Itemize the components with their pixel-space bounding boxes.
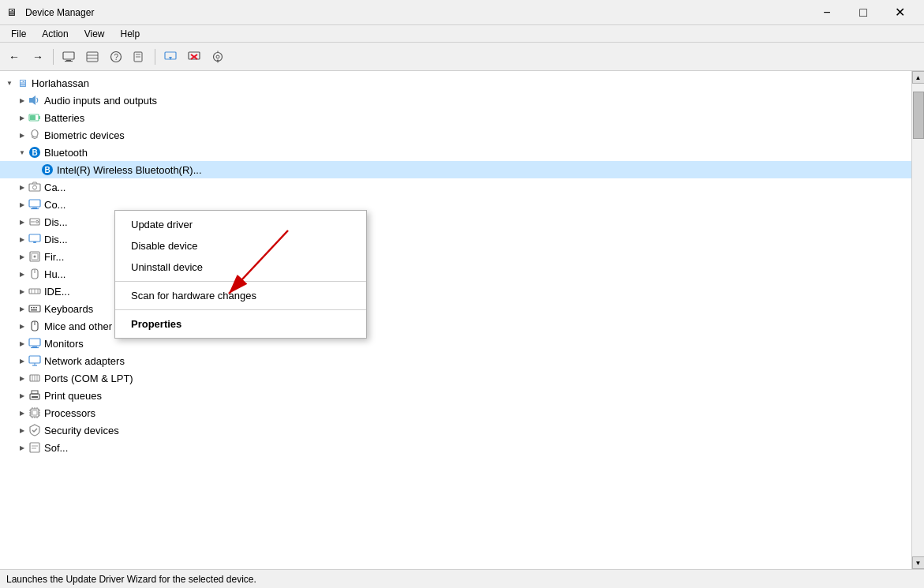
- svg-rect-54: [36, 307, 37, 309]
- scroll-track[interactable]: [912, 84, 925, 556]
- tree-item-audio[interactable]: ▶ Audio inputs and outputs: [0, 92, 911, 109]
- svg-rect-69: [32, 391, 38, 394]
- update-driver-icon: [164, 51, 177, 63]
- keyboards-icon: [28, 302, 41, 315]
- context-properties[interactable]: Properties: [115, 313, 366, 335]
- svg-rect-21: [29, 98, 32, 103]
- scroll-up-button[interactable]: ▲: [912, 71, 925, 84]
- bt-child-label: Intel(R) Wireless Bluetooth(R)...: [57, 164, 202, 176]
- bluetooth-icon: B: [28, 146, 41, 159]
- svg-rect-58: [29, 339, 40, 346]
- audio-label: Audio inputs and outputs: [44, 95, 157, 107]
- svg-rect-31: [29, 184, 40, 191]
- status-text: Launches the Update Driver Wizard for th…: [6, 574, 256, 585]
- list-icon: [86, 51, 99, 63]
- audio-chevron: ▶: [16, 94, 28, 107]
- help-button[interactable]: ?: [105, 46, 127, 68]
- bt-child-chevron: [28, 163, 41, 176]
- computer-view-button[interactable]: [58, 46, 80, 68]
- tree-item-batteries[interactable]: ▶ Batteries: [0, 109, 911, 126]
- maximize-button[interactable]: □: [845, 0, 881, 25]
- svg-rect-25: [30, 115, 36, 120]
- menu-file[interactable]: File: [3, 27, 34, 41]
- camera-label: Ca...: [44, 182, 65, 193]
- menu-view[interactable]: View: [77, 27, 113, 41]
- monitors-chevron: ▶: [16, 337, 28, 350]
- tree-item-biometric[interactable]: ▶ Biometric devices: [0, 126, 911, 144]
- svg-rect-51: [29, 305, 40, 312]
- minimize-button[interactable]: −: [809, 0, 845, 25]
- batteries-label: Batteries: [44, 112, 84, 124]
- svg-point-26: [32, 130, 38, 137]
- root-label: Horlahassan: [32, 77, 89, 89]
- monitors-icon: [28, 337, 41, 350]
- list-view-button[interactable]: [81, 46, 103, 68]
- mice-chevron: ▶: [16, 320, 28, 332]
- svg-rect-53: [33, 307, 35, 309]
- tree-item-processors[interactable]: ▶ Proces: [0, 404, 911, 421]
- update-driver-button[interactable]: [159, 46, 181, 68]
- context-uninstall-device[interactable]: Uninstall device: [115, 257, 366, 278]
- disk-chevron: ▶: [16, 215, 28, 228]
- monitors-label: Monitors: [44, 338, 84, 350]
- context-update-driver[interactable]: Update driver: [115, 214, 366, 235]
- properties-button[interactable]: [129, 46, 151, 68]
- tree-item-print[interactable]: ▶ Print queues: [0, 387, 911, 404]
- title-bar: 🖥 Device Manager − □ ✕: [0, 0, 924, 25]
- remove-device-button[interactable]: [183, 46, 205, 68]
- scroll-thumb[interactable]: [913, 92, 924, 139]
- bluetooth-label: Bluetooth: [44, 147, 88, 159]
- processors-label: Processors: [44, 407, 95, 419]
- software-icon: [28, 441, 41, 454]
- biometric-label: Biometric devices: [44, 129, 125, 141]
- audio-icon: [28, 94, 41, 107]
- context-scan-hardware[interactable]: Scan for hardware changes: [115, 285, 366, 306]
- scroll-down-button[interactable]: ▼: [912, 556, 925, 569]
- tree-item-ports[interactable]: ▶ Ports (COM & LPT): [0, 369, 911, 387]
- ports-chevron: ▶: [16, 372, 28, 384]
- svg-rect-55: [31, 309, 37, 311]
- scrollbar[interactable]: ▲ ▼: [911, 71, 924, 569]
- window-controls: − □ ✕: [809, 0, 918, 25]
- ide-label: IDE...: [44, 286, 70, 298]
- display-label: Dis...: [44, 234, 68, 245]
- svg-rect-70: [32, 396, 38, 398]
- tree-item-software[interactable]: ▶ Sof...: [0, 439, 911, 456]
- biometric-chevron: ▶: [16, 129, 28, 141]
- computer-chevron: ▶: [16, 198, 28, 211]
- context-disable-device[interactable]: Disable device: [115, 235, 366, 257]
- forward-button[interactable]: →: [27, 46, 49, 68]
- ide-icon: [28, 285, 41, 298]
- app-icon: 🖥: [6, 6, 19, 19]
- tree-item-camera[interactable]: ▶ Ca...: [0, 178, 911, 196]
- menu-action[interactable]: Action: [34, 27, 76, 41]
- scan-icon: [211, 51, 224, 63]
- menu-help[interactable]: Help: [113, 27, 148, 41]
- tree-root[interactable]: ▼ 🖥 Horlahassan: [0, 74, 911, 92]
- tree-item-network[interactable]: ▶ Network adapters: [0, 352, 911, 369]
- svg-rect-24: [39, 116, 40, 119]
- svg-rect-3: [87, 52, 98, 62]
- svg-text:B: B: [45, 166, 51, 174]
- mice-icon: [28, 320, 41, 332]
- tree-item-security[interactable]: ▶ Security devices: [0, 421, 911, 439]
- display-chevron: ▶: [16, 233, 28, 245]
- tree-item-bluetooth-child[interactable]: B Intel(R) Wireless Bluetooth(R)...: [0, 161, 911, 178]
- print-chevron: ▶: [16, 389, 28, 402]
- batteries-icon: [28, 111, 41, 124]
- help-icon: ?: [110, 51, 122, 63]
- ports-icon: [28, 372, 41, 384]
- tree-item-bluetooth[interactable]: ▼ B Bluetooth: [0, 144, 911, 161]
- svg-marker-22: [32, 96, 36, 105]
- svg-point-32: [33, 185, 37, 189]
- svg-point-17: [216, 55, 219, 58]
- camera-icon: [28, 181, 41, 193]
- svg-text:?: ?: [114, 53, 119, 62]
- processors-chevron: ▶: [16, 406, 28, 419]
- back-button[interactable]: ←: [3, 46, 25, 68]
- ide-chevron: ▶: [16, 285, 28, 298]
- scan-hardware-button[interactable]: [207, 46, 229, 68]
- toolbar-separator-1: [53, 49, 54, 65]
- toolbar: ← → ?: [0, 43, 924, 71]
- close-button[interactable]: ✕: [881, 0, 918, 25]
